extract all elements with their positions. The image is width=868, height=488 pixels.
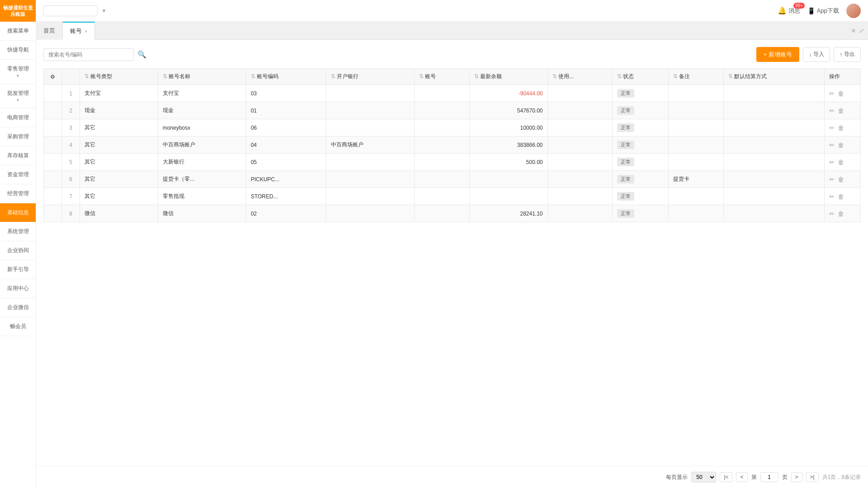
sidebar-item-retail[interactable]: 零售管理 ▼	[0, 60, 36, 84]
row-index: 4	[62, 136, 80, 154]
add-account-button[interactable]: + 新增账号	[756, 47, 799, 62]
row-actions: ✏ 🗑	[825, 154, 861, 171]
delete-button[interactable]: 🗑	[838, 141, 844, 149]
col-name[interactable]: ⇅ 账号名称	[158, 69, 246, 85]
prev-page-button[interactable]: <	[736, 472, 747, 482]
delete-button[interactable]: 🗑	[838, 107, 844, 114]
row-index: 8	[62, 205, 80, 222]
row-status: 正常	[612, 136, 668, 154]
sidebar-item-label: 企业协同	[7, 247, 29, 253]
row-status: 正常	[612, 119, 668, 136]
row-name: 中百商场账户	[158, 136, 246, 154]
tab-home[interactable]: 首页	[36, 22, 63, 40]
sidebar-item-inventory[interactable]: 库存核算	[0, 146, 36, 165]
delete-button[interactable]: 🗑	[838, 193, 844, 200]
sidebar-item-operations[interactable]: 经营管理	[0, 184, 36, 203]
row-name: 大新银行	[158, 154, 246, 171]
edit-button[interactable]: ✏	[829, 141, 835, 149]
delete-button[interactable]: 🗑	[838, 90, 844, 97]
row-type: 其它	[80, 188, 158, 205]
sidebar-item-member[interactable]: 畅会员	[0, 317, 36, 336]
page-input[interactable]	[760, 472, 778, 482]
next-page-button[interactable]: >	[791, 472, 802, 482]
row-account	[414, 205, 469, 222]
col-bank[interactable]: ⇅ 开户银行	[326, 69, 414, 85]
col-settings[interactable]: ⚙	[44, 69, 62, 85]
sort-icon: ⇅	[617, 73, 622, 80]
maximize-icon[interactable]: ⤢	[859, 27, 864, 34]
settings-icon[interactable]: ⚙	[50, 74, 55, 80]
per-page-select[interactable]: 50 100 200	[691, 472, 716, 483]
app-download-button[interactable]: 📱 App下载	[807, 7, 839, 15]
col-code[interactable]: ⇅ 账号编码	[246, 69, 326, 85]
row-account	[414, 171, 469, 188]
row-remark	[668, 188, 723, 205]
import-icon: ↓	[809, 52, 811, 58]
sidebar-item-guide[interactable]: 新手引导	[0, 260, 36, 279]
edit-button[interactable]: ✏	[829, 124, 835, 131]
edit-button[interactable]: ✏	[829, 90, 835, 97]
delete-button[interactable]: 🗑	[838, 210, 844, 217]
sidebar-item-ecommerce[interactable]: 电商管理	[0, 108, 36, 127]
row-default-pay	[723, 154, 824, 171]
first-page-button[interactable]: |<	[720, 472, 732, 482]
top-search-input[interactable]	[43, 5, 98, 16]
edit-button[interactable]: ✏	[829, 107, 835, 114]
sort-icon: ⇅	[331, 73, 335, 80]
delete-button[interactable]: 🗑	[838, 176, 844, 183]
sidebar-item-app-center[interactable]: 应用中心	[0, 279, 36, 298]
row-settings	[44, 119, 62, 136]
table-row: 1 支付宝 支付宝 03 -90444.00 正常 ✏ 🗑	[44, 85, 861, 102]
row-type: 其它	[80, 136, 158, 154]
edit-button[interactable]: ✏	[829, 210, 835, 217]
edit-button[interactable]: ✏	[829, 159, 835, 166]
sidebar-item-finance[interactable]: 资金管理	[0, 165, 36, 184]
sidebar-item-search[interactable]: 搜索菜单	[0, 22, 36, 41]
col-remark[interactable]: ⇅ 备注	[668, 69, 723, 85]
col-type[interactable]: ⇅ 账号类型	[80, 69, 158, 85]
delete-button[interactable]: 🗑	[838, 159, 844, 166]
pagination: 每页显示 50 100 200 |< < 第 页 > >| 共1页，8条记录	[36, 466, 868, 488]
topbar-right: 🔔 消息 99+ 📱 App下载	[778, 4, 861, 18]
row-index: 6	[62, 171, 80, 188]
col-usage[interactable]: ⇅ 使用...	[547, 69, 612, 85]
tab-account-label: 账号	[70, 27, 82, 35]
sidebar-item-enterprise-wechat[interactable]: 企业微信	[0, 298, 36, 317]
row-balance: 500.00	[469, 154, 547, 171]
sidebar-item-purchase[interactable]: 采购管理	[0, 127, 36, 146]
row-bank	[326, 171, 414, 188]
message-icon: 🔔	[778, 6, 787, 15]
sidebar-item-system[interactable]: 系统管理	[0, 222, 36, 241]
col-balance[interactable]: ⇅ 最新余额	[469, 69, 547, 85]
edit-button[interactable]: ✏	[829, 176, 835, 183]
col-action: 操作	[825, 69, 861, 85]
col-account-label: 账号	[425, 73, 436, 80]
export-button[interactable]: ↑ 导出	[834, 47, 861, 62]
sidebar-item-label: 经营管理	[7, 190, 29, 197]
edit-button[interactable]: ✏	[829, 193, 835, 200]
sidebar-item-shortcuts[interactable]: 快捷导航	[0, 41, 36, 60]
sidebar-item-basic-info[interactable]: 基础信息	[0, 203, 36, 222]
tab-close-icon[interactable]: ×	[85, 28, 87, 34]
delete-button[interactable]: 🗑	[838, 124, 844, 131]
close-window-icon[interactable]: ✕	[851, 27, 856, 34]
col-bank-label: 开户银行	[337, 73, 359, 80]
search-button[interactable]: 🔍	[137, 50, 146, 59]
col-name-label: 账号名称	[169, 73, 190, 80]
sidebar-item-cooperation[interactable]: 企业协同	[0, 241, 36, 260]
tab-account[interactable]: 账号 ×	[63, 22, 95, 40]
col-account[interactable]: ⇅ 账号	[414, 69, 469, 85]
avatar[interactable]	[846, 4, 861, 18]
row-usage	[547, 188, 612, 205]
row-index: 1	[62, 85, 80, 102]
col-default-pay[interactable]: ⇅ 默认结算方式	[723, 69, 824, 85]
last-page-button[interactable]: >|	[806, 472, 819, 482]
row-usage	[547, 85, 612, 102]
row-remark: 提货卡	[668, 171, 723, 188]
message-button[interactable]: 🔔 消息 99+	[778, 6, 800, 15]
search-input[interactable]	[43, 48, 134, 61]
sidebar-item-wholesale[interactable]: 批发管理 ▼	[0, 84, 36, 108]
col-status[interactable]: ⇅ 状态	[612, 69, 668, 85]
total-info: 共1页，8条记录	[822, 474, 861, 481]
import-button[interactable]: ↓ 导入	[803, 47, 830, 62]
